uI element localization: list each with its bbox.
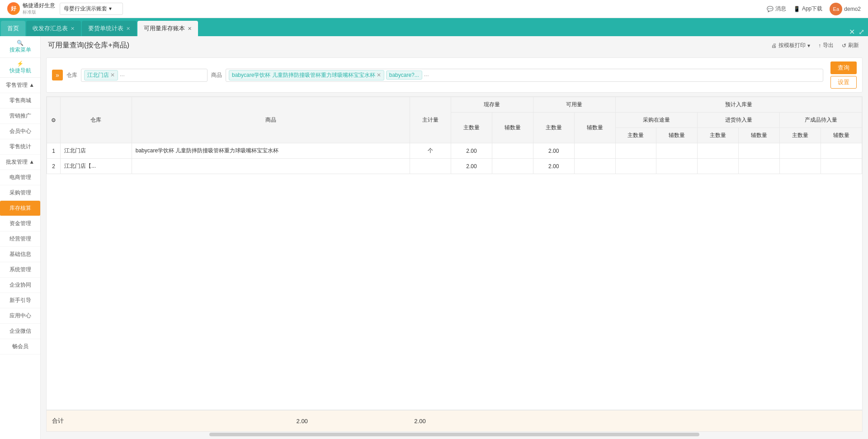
filter-expand-button[interactable]: » — [52, 70, 63, 80]
sidebar-app-center-label: 应用中心 — [9, 312, 31, 319]
sidebar-item-retail-mgmt[interactable]: 零售管理 ▲ — [0, 78, 40, 93]
th-purchase-main: 主数量 — [615, 128, 656, 143]
sidebar: 🔍 搜索菜单 ⚡ 快捷导航 零售管理 ▲ 零售商城 营销推广 会员中心 零售统计… — [0, 36, 41, 439]
cell-purchase-main-0 — [615, 143, 656, 159]
sidebar-item-wholesale-mgmt[interactable]: 批发管理 ▲ — [0, 155, 40, 170]
cell-warehouse-0: 江北门店 — [61, 143, 132, 159]
filter-bar: » 仓库 江北门店 ✕ ··· 商品 babycare学饮杯 儿童防摔防撞吸管杯… — [46, 57, 863, 93]
sidebar-onboarding-label: 新手引导 — [9, 297, 31, 303]
cell-stock-aux-1 — [492, 159, 533, 174]
warehouse-filter-more[interactable]: ··· — [120, 72, 125, 79]
sidebar-search[interactable]: 🔍 搜索菜单 — [0, 36, 40, 58]
cell-avail-aux-0 — [574, 143, 615, 159]
industry-selector[interactable]: 母婴行业演示账套 ▾ — [60, 3, 123, 15]
warehouse-tag-remove[interactable]: ✕ — [110, 72, 115, 78]
sidebar-retail-stats-label: 零售统计 — [9, 143, 31, 150]
setting-button[interactable]: 设置 — [830, 76, 857, 89]
sidebar-item-wechat[interactable]: 企业微信 — [0, 324, 40, 339]
tab-home[interactable]: 首页 — [1, 21, 25, 36]
tab-receive-label: 收发存汇总表 — [33, 24, 68, 33]
product-filter-more[interactable]: ··· — [424, 72, 429, 79]
sidebar-quick-nav[interactable]: ⚡ 快捷导航 — [0, 58, 40, 78]
th-inbound-aux: 辅数量 — [739, 128, 780, 143]
app-download-button[interactable]: 📱 App下载 — [793, 5, 822, 13]
nav-tabs: 首页 收发存汇总表 ✕ 要货单统计表 ✕ 可用量库存账本 ✕ ✕ ⤢ — [0, 18, 868, 36]
sidebar-item-inventory[interactable]: 库存核算 — [0, 201, 40, 216]
tab-expand[interactable]: ⤢ — [859, 28, 864, 36]
sidebar-item-marketing[interactable]: 营销推广 — [0, 109, 40, 124]
cell-unit-1 — [410, 159, 451, 174]
sidebar-item-retail-stats[interactable]: 零售统计 — [0, 139, 40, 155]
cell-product-0: babycare学饮杯 儿童防摔防撞吸管杯重力球吸嘴杯宝宝水杯 — [132, 143, 410, 159]
warehouse-filter-input[interactable]: 江北门店 ✕ ··· — [81, 69, 208, 82]
product-tag-1-remove[interactable]: ✕ — [377, 72, 381, 78]
warehouse-filter-label: 仓库 — [66, 71, 77, 79]
sidebar-item-operations[interactable]: 经营管理 — [0, 231, 40, 247]
th-settings[interactable]: ⚙ — [47, 97, 61, 143]
tab-order-stats[interactable]: 要货单统计表 ✕ — [82, 21, 137, 36]
gear-icon: ⚙ — [51, 117, 56, 123]
top-bar-right: 💬 消息 📱 App下载 Ea demo2 — [767, 3, 861, 15]
sidebar-wholesale-label: 批发管理 — [6, 159, 28, 165]
username: demo2 — [844, 6, 861, 12]
refresh-button[interactable]: ↺ 刷新 — [840, 41, 861, 50]
cell-product-1 — [132, 159, 410, 174]
cell-unit-0: 个 — [410, 143, 451, 159]
sidebar-marketing-label: 营销推广 — [9, 113, 31, 119]
page-title: 可用量查询(按仓库+商品) — [48, 41, 129, 50]
tab-close-all[interactable]: ✕ — [849, 28, 855, 36]
message-label: 消息 — [775, 5, 786, 13]
user-profile[interactable]: Ea demo2 — [830, 3, 861, 15]
sidebar-item-purchase[interactable]: 采购管理 — [0, 185, 40, 201]
cell-purchase-main-1 — [615, 159, 656, 174]
print-button[interactable]: 🖨 按模板打印 ▾ — [769, 41, 812, 50]
sidebar-finance-label: 资金管理 — [9, 220, 31, 227]
sidebar-item-onboarding[interactable]: 新手引导 — [0, 293, 40, 308]
sidebar-item-ecommerce[interactable]: 电商管理 — [0, 170, 40, 185]
sidebar-item-finance[interactable]: 资金管理 — [0, 216, 40, 231]
cell-warehouse-1: 江北门店【... — [61, 159, 132, 174]
sidebar-item-retail-mall[interactable]: 零售商城 — [0, 93, 40, 109]
product-tag-2-value: babycare?... — [389, 72, 419, 78]
sidebar-item-app-center[interactable]: 应用中心 — [0, 308, 40, 324]
summary-available: 2.00 — [391, 418, 449, 425]
app-icon: 📱 — [793, 6, 800, 12]
cell-avail-aux-1 — [574, 159, 615, 174]
product-filter-input[interactable]: babycare学饮杯 儿童防摔防撞吸管杯重力球吸嘴杯宝宝水杯 ✕ babyca… — [226, 69, 823, 82]
tab-available-inventory[interactable]: 可用量库存账本 ✕ — [137, 21, 198, 36]
main-layout: 🔍 搜索菜单 ⚡ 快捷导航 零售管理 ▲ 零售商城 营销推广 会员中心 零售统计… — [0, 36, 868, 439]
sidebar-basics-label: 基础信息 — [9, 251, 31, 257]
data-table-container: ⚙ 仓库 商品 主计量 现存量 — [46, 96, 863, 410]
tab-controls: ✕ ⤢ — [849, 28, 868, 36]
th-production-main: 主数量 — [780, 128, 821, 143]
sidebar-item-members[interactable]: 会员中心 — [0, 124, 40, 139]
message-button[interactable]: 💬 消息 — [767, 5, 786, 13]
sidebar-item-enterprise[interactable]: 企业协同 — [0, 278, 40, 293]
sidebar-system-label: 系统管理 — [9, 266, 31, 273]
tab-order-close[interactable]: ✕ — [126, 26, 130, 32]
product-filter-label: 商品 — [211, 71, 222, 79]
query-button[interactable]: 查询 — [830, 61, 857, 74]
cell-stock-aux-0 — [492, 143, 533, 159]
tab-receive-summary[interactable]: 收发存汇总表 ✕ — [26, 21, 81, 36]
export-button[interactable]: ↑ 导出 — [816, 41, 835, 50]
print-dropdown-icon: ▾ — [807, 42, 810, 49]
sidebar-item-system[interactable]: 系统管理 — [0, 262, 40, 278]
cell-num-0: 1 — [47, 143, 61, 159]
sidebar-item-basics[interactable]: 基础信息 — [0, 247, 40, 262]
th-inbound-main: 主数量 — [698, 128, 739, 143]
filter-action-buttons: 查询 设置 — [830, 61, 857, 89]
sidebar-item-vip[interactable]: 畅会员 — [0, 339, 40, 354]
tab-receive-close[interactable]: ✕ — [71, 26, 75, 32]
logo-icon: 好 — [7, 2, 20, 15]
cell-stock-main-1: 2.00 — [451, 159, 492, 174]
warehouse-tag: 江北门店 ✕ — [84, 70, 118, 80]
tab-available-close[interactable]: ✕ — [188, 26, 192, 32]
th-stock-main: 主数量 — [451, 113, 492, 143]
cell-avail-main-1: 2.00 — [533, 159, 574, 174]
scrollbar-thumb[interactable] — [209, 433, 699, 436]
cell-production-aux-0 — [821, 143, 862, 159]
filter-wrapper: » 仓库 江北门店 ✕ ··· 商品 babycare学饮杯 儿童防摔防撞吸管杯… — [41, 54, 868, 96]
cell-purchase-aux-0 — [656, 143, 698, 159]
horizontal-scrollbar[interactable] — [46, 432, 863, 437]
